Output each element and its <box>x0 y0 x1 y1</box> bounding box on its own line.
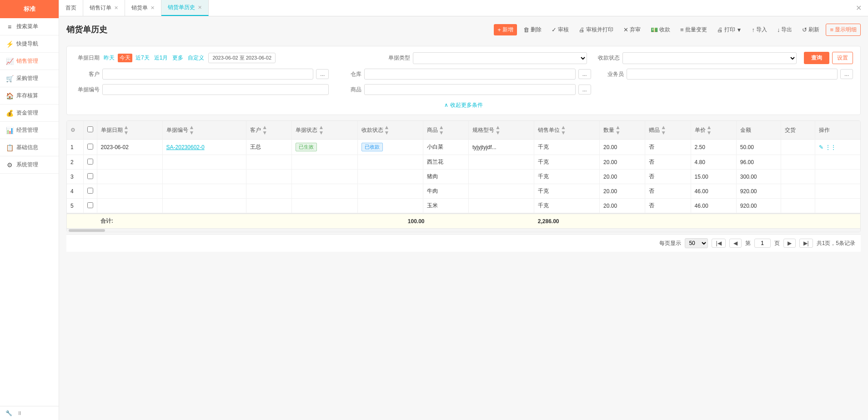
tab-sales-order[interactable]: 销售订单 ✕ <box>83 0 125 16</box>
row-checkbox[interactable] <box>87 144 93 150</box>
collect-button[interactable]: 💵 收款 <box>647 24 674 35</box>
sidebar-item-sales-mgmt[interactable]: 📈 销售管理 <box>0 53 59 70</box>
staff-ellipsis-btn[interactable]: ... <box>840 69 853 79</box>
th-unit-price[interactable]: 单价 ▲▼ <box>691 121 736 140</box>
row-checkbox[interactable] <box>87 202 93 208</box>
scrollbar-thumb[interactable] <box>69 229 105 232</box>
tab-sales-history-close[interactable]: ✕ <box>198 5 202 10</box>
export-icon: ↓ <box>777 26 780 33</box>
cell-seq: 5 <box>67 199 83 213</box>
th-customer[interactable]: 客户 ▲▼ <box>246 121 292 140</box>
sidebar-item-inventory[interactable]: 🏠 库存核算 <box>0 87 59 105</box>
more-action-btn[interactable]: ⋮⋮ <box>825 144 836 150</box>
table-scrollbar[interactable] <box>67 228 860 232</box>
tab-sales-order-close[interactable]: ✕ <box>114 5 118 11</box>
refresh-button[interactable]: ↺ 刷新 <box>798 24 823 35</box>
cell-gift: 否 <box>645 184 691 199</box>
product-ellipsis-btn[interactable]: ... <box>578 85 591 95</box>
filter-pay-status-select[interactable] <box>622 52 797 64</box>
cell-date <box>97 199 162 213</box>
sidebar-item-label: 经营管理 <box>16 126 38 134</box>
filter-customer-input[interactable] <box>102 69 313 80</box>
sidebar-bottom-icon2[interactable]: ⏸ <box>17 410 22 416</box>
per-page-select[interactable]: 50 100 <box>685 238 708 248</box>
sidebar-item-search-menu[interactable]: ≡ 搜索菜单 <box>0 18 59 35</box>
sidebar-item-operations-mgmt[interactable]: 📊 经营管理 <box>0 122 59 139</box>
cell-unitprice: 4.80 <box>691 155 736 170</box>
abandon-button[interactable]: ✕ 弃审 <box>620 24 644 35</box>
gear-icon[interactable]: ⚙ <box>70 127 75 133</box>
export-button[interactable]: ↓ 导出 <box>773 24 796 35</box>
tab-sales-goods-close[interactable]: ✕ <box>151 5 155 11</box>
cell-checkbox[interactable] <box>83 199 97 213</box>
delete-button[interactable]: 🗑 删除 <box>520 24 545 35</box>
filter-staff-input[interactable] <box>627 69 838 80</box>
filter-collapse-bar[interactable]: ∧ 收起更多条件 <box>74 100 853 109</box>
select-all-checkbox[interactable] <box>87 126 93 132</box>
filter-product-input[interactable] <box>364 84 575 95</box>
filter-warehouse-item: 仓库 ... <box>336 69 591 80</box>
new-button[interactable]: + 新增 <box>494 24 517 35</box>
audit-button[interactable]: ✓ 审核 <box>548 24 572 35</box>
shortcut-yesterday[interactable]: 昨天 <box>102 54 116 62</box>
shortcut-today[interactable]: 今天 <box>118 54 132 62</box>
doc-no-link[interactable]: SA-20230602-0 <box>166 144 205 150</box>
cell-checkbox[interactable] <box>83 155 97 170</box>
filter-doc-type-select[interactable] <box>413 52 587 64</box>
th-gear[interactable]: ⚙ <box>67 121 83 140</box>
sidebar-item-quick-nav[interactable]: ⚡ 快捷导航 <box>0 35 59 53</box>
sidebar-item-system-mgmt[interactable]: ⚙ 系统管理 <box>0 156 59 174</box>
page-last-btn[interactable]: ▶| <box>799 239 813 248</box>
row-checkbox[interactable] <box>87 159 93 165</box>
cell-checkbox[interactable] <box>83 140 97 155</box>
th-docno[interactable]: 单据编号 ▲▼ <box>162 121 246 140</box>
settings-button[interactable]: 设置 <box>832 52 853 64</box>
th-pay-status[interactable]: 收款状态 ▲▼ <box>357 121 423 140</box>
cell-unitprice: 15.00 <box>691 170 736 184</box>
show-detail-button[interactable]: ≡ 显示明细 <box>826 24 861 36</box>
cell-customer: 王总 <box>246 140 292 155</box>
th-gift[interactable]: 赠品 ▲▼ <box>645 121 691 140</box>
shortcut-1month[interactable]: 近1月 <box>153 54 170 62</box>
page-next-btn[interactable]: ▶ <box>783 239 796 248</box>
th-unit[interactable]: 销售单位 ▲▼ <box>534 121 600 140</box>
row-checkbox[interactable] <box>87 173 93 179</box>
th-spec[interactable]: 规格型号 ▲▼ <box>468 121 534 140</box>
filter-docno-input[interactable] <box>102 84 329 95</box>
th-qty[interactable]: 数量 ▲▼ <box>600 121 645 140</box>
shortcut-more[interactable]: 更多 <box>171 54 185 62</box>
shortcut-7days[interactable]: 近7天 <box>134 54 151 62</box>
summary-qty: 100.00 <box>395 218 436 225</box>
print-button[interactable]: 🖨 打印 ▼ <box>713 24 746 35</box>
batch-change-button[interactable]: ≡ 批量变更 <box>677 24 711 35</box>
shortcut-custom[interactable]: 自定义 <box>186 54 206 62</box>
page-number-input[interactable] <box>754 239 771 248</box>
sidebar-item-label: 库存核算 <box>16 92 38 100</box>
tab-sales-history[interactable]: 销货单历史 ✕ <box>161 0 209 16</box>
cell-checkbox[interactable] <box>83 170 97 184</box>
tab-sales-goods[interactable]: 销货单 ✕ <box>125 0 161 16</box>
cell-action[interactable]: ✎⋮⋮ <box>815 140 860 155</box>
edit-btn[interactable]: ✎ <box>819 144 823 150</box>
audit-print-button[interactable]: 🖨 审核并打印 <box>575 24 617 35</box>
tab-home[interactable]: 首页 <box>59 0 83 16</box>
th-date[interactable]: 单据日期 ▲▼ <box>97 121 162 140</box>
import-button[interactable]: ↑ 导入 <box>748 24 771 35</box>
cell-checkbox[interactable] <box>83 184 97 199</box>
warehouse-ellipsis-btn[interactable]: ... <box>578 69 591 79</box>
page-prev-btn[interactable]: ◀ <box>729 239 742 248</box>
sidebar-item-basic-info[interactable]: 📋 基础信息 <box>0 139 59 156</box>
sidebar-item-purchase-mgmt[interactable]: 🛒 采购管理 <box>0 70 59 87</box>
filter-warehouse-input[interactable] <box>364 69 575 80</box>
cell-docno[interactable]: SA-20230602-0 <box>162 140 246 155</box>
window-close-btn[interactable]: ✕ <box>854 4 863 12</box>
customer-ellipsis-btn[interactable]: ... <box>316 69 329 79</box>
query-button[interactable]: 查询 <box>804 52 829 64</box>
filter-customer-item: 客户 ... <box>74 69 329 80</box>
sidebar-item-finance-mgmt[interactable]: 💰 资金管理 <box>0 105 59 122</box>
page-first-btn[interactable]: |◀ <box>712 239 725 248</box>
sidebar-bottom-icon1[interactable]: 🔧 <box>5 410 12 416</box>
th-product[interactable]: 商品 ▲▼ <box>423 121 468 140</box>
th-doc-status[interactable]: 单据状态 ▲▼ <box>292 121 357 140</box>
row-checkbox[interactable] <box>87 188 93 194</box>
